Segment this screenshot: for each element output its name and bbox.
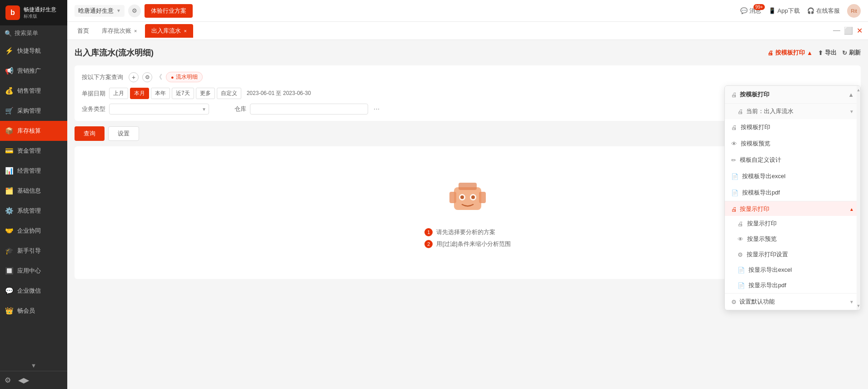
app-download-button[interactable]: 📱 App下载 (768, 7, 800, 15)
export-excel-template-item[interactable]: 📄 按模板导出excel (725, 168, 860, 185)
custom-template-item[interactable]: ✏ 模板自定义设计 (725, 152, 860, 168)
export-pdf-display-icon: 📄 (738, 282, 745, 289)
tab-batch-account-close-icon[interactable]: × (134, 28, 137, 34)
sidebar-item-inventory[interactable]: 📦 库存核算 (0, 121, 67, 141)
sidebar-item-appcenter[interactable]: 🔲 应用中心 (0, 261, 67, 281)
sidebar-item-label: 企业微信 (17, 287, 41, 295)
app-download-icon: 📱 (768, 7, 776, 14)
warehouse-input[interactable] (250, 104, 368, 115)
tab-flow[interactable]: 出入库流水 × (145, 24, 193, 38)
sidebar-item-member[interactable]: 👑 畅会员 (0, 301, 67, 321)
date-btn-more[interactable]: 更多 (196, 88, 215, 99)
printer-header-icon: 🖨 (731, 91, 737, 98)
date-btn-custom[interactable]: 自定义 (217, 88, 241, 99)
sidebar-item-sales[interactable]: 💰 销售管理 (0, 81, 67, 101)
print-current-item[interactable]: 🖨 当前：出入库流水 ▼ (725, 104, 860, 119)
sidebar-item-finance[interactable]: 💳 资金管理 (0, 141, 67, 161)
search-icon: 🔍 (5, 30, 12, 37)
filter-collapse-icon[interactable]: 《 (156, 73, 162, 81)
date-btn-7days[interactable]: 近7天 (172, 88, 194, 99)
query-button[interactable]: 查询 (75, 126, 105, 141)
preview-display-icon: 👁 (738, 236, 743, 243)
sidebar-search-item[interactable]: 🔍 搜索菜单 (0, 25, 67, 41)
print-settings-display-item[interactable]: ⚙ 按显示打印设置 (725, 247, 860, 262)
export-excel-display-item[interactable]: 📄 按显示导出excel (725, 262, 860, 278)
minimize-icon[interactable]: — (833, 26, 840, 35)
print-dropdown-arrow[interactable]: ▲ (807, 50, 813, 56)
date-btn-this-year[interactable]: 本年 (151, 88, 170, 99)
user-area[interactable]: 晗唐通好生意 ▼ (75, 5, 125, 17)
close-window-icon[interactable]: ✕ (857, 26, 863, 35)
export-pdf-template-icon: 📄 (731, 190, 738, 196)
date-btn-last-month[interactable]: 上月 (109, 88, 128, 99)
sidebar-item-wechat[interactable]: 💬 企业微信 (0, 281, 67, 301)
sidebar-item-marketing[interactable]: 📢 营销推广 (0, 61, 67, 81)
settings-bottom-icon[interactable]: ⚙ (5, 376, 11, 384)
preview-display-item[interactable]: 👁 按显示预览 (725, 231, 860, 247)
empty-svg (445, 174, 490, 219)
display-section-content: 🖨 按显示打印 (731, 205, 769, 213)
settings-button[interactable]: 设置 (108, 126, 139, 141)
refresh-icon: ↻ (842, 50, 847, 56)
print-display-item[interactable]: 🖨 按显示打印 (725, 216, 860, 231)
sidebar-item-quick-nav[interactable]: ⚡ 快捷导航 (0, 41, 67, 61)
current-printer-icon: 🖨 (738, 108, 743, 115)
online-service-button[interactable]: 🎧 在线客服 (807, 7, 840, 15)
preview-template-item-label: 按模板预览 (741, 140, 770, 148)
topbar-settings-button[interactable]: ⚙ (128, 5, 141, 17)
tab-flow-close-icon[interactable]: × (184, 28, 186, 34)
sidebar-item-collab[interactable]: 🤝 企业协同 (0, 221, 67, 241)
export-excel-template-icon: 📄 (731, 173, 738, 180)
tab-batch-account[interactable]: 库存批次账 × (95, 24, 143, 38)
industry-solution-button[interactable]: 体验行业方案 (145, 4, 193, 18)
refresh-button[interactable]: ↻ 刷新 (842, 49, 861, 57)
app-logo-icon: b (5, 5, 20, 20)
preview-template-item[interactable]: 👁 按模板预览 (725, 135, 860, 152)
sidebar-item-guide[interactable]: 🎓 新手引导 (0, 241, 67, 261)
panel-scroll-up-icon[interactable]: ▲ (857, 88, 861, 92)
sidebar-item-label: 采购管理 (17, 107, 41, 115)
print-template-item[interactable]: 🖨 按模板打印 (725, 119, 860, 135)
export-button[interactable]: ⬆ 导出 (818, 49, 837, 57)
empty-step-1: 1 请先选择要分析的方案 (424, 228, 510, 236)
collab-icon: 🤝 (5, 226, 14, 235)
maximize-icon[interactable]: ⬜ (844, 26, 853, 35)
filter-active-tag[interactable]: ● 流水明细 (166, 72, 203, 82)
export-pdf-display-item[interactable]: 📄 按显示导出pdf (725, 278, 860, 293)
sidebar-item-label: 基础信息 (17, 187, 41, 195)
export-pdf-template-item[interactable]: 📄 按模板导出pdf (725, 185, 860, 201)
dropdown-close-arrow[interactable]: ▲ (848, 91, 854, 98)
display-section-header[interactable]: 🖨 按显示打印 ▲ (725, 201, 860, 216)
current-arrow-icon: ▼ (849, 109, 854, 114)
system-icon: ⚙️ (5, 206, 14, 215)
sidebar-item-purchase[interactable]: 🛒 采购管理 (0, 101, 67, 121)
sidebar-item-system[interactable]: ⚙️ 系统管理 (0, 201, 67, 221)
print-template-button[interactable]: 🖨 按模板打印 ▲ (768, 49, 813, 57)
set-default-icon: ⚙ (731, 299, 737, 305)
print-display-icon: 🖨 (738, 220, 743, 227)
sidebar-item-operations[interactable]: 📊 经营管理 (0, 161, 67, 181)
app-title-area: 畅捷通好生意 标准版 (24, 6, 56, 20)
filter-label: 按以下方案查询 (82, 73, 123, 81)
sidebar-item-label: 快捷导航 (17, 47, 41, 55)
print-dropdown-header-content: 🖨 按模板打印 (731, 90, 769, 99)
business-type-select[interactable] (109, 104, 209, 115)
sidebar-scroll-down[interactable]: ▼ (0, 360, 67, 371)
filter-add-button[interactable]: + (129, 72, 139, 82)
warehouse-more-icon[interactable]: ··· (374, 105, 379, 113)
tab-home[interactable]: 首页 (73, 24, 94, 38)
tag-circle-icon: ● (171, 75, 174, 80)
warehouse-filter-field: 仓库 ··· (234, 104, 379, 115)
date-btn-this-month[interactable]: 本月 (130, 88, 149, 99)
filter-settings-icon[interactable]: ⚙ (142, 72, 152, 82)
collapse-sidebar-icon[interactable]: ◀▶ (18, 376, 29, 384)
sidebar-item-basics[interactable]: 🗂️ 基础信息 (0, 181, 67, 201)
message-badge: 99+ (753, 4, 765, 10)
user-avatar[interactable]: Rit (847, 4, 861, 18)
set-default-button[interactable]: ⚙ 设置默认功能 ▼ (725, 293, 860, 310)
message-button[interactable]: 💬 消息 99+ (740, 7, 761, 15)
panel-scroll-down-icon[interactable]: ▼ (857, 304, 861, 308)
date-filter-field: 单据日期 上月 本月 本年 近7天 更多 自定义 2023-06-01 至 20… (82, 88, 311, 99)
set-default-arrow-icon: ▼ (849, 299, 854, 304)
sidebar: b 畅捷通好生意 标准版 🔍 搜索菜单 ⚡ 快捷导航 📢 营销推广 💰 销售管理… (0, 0, 67, 389)
